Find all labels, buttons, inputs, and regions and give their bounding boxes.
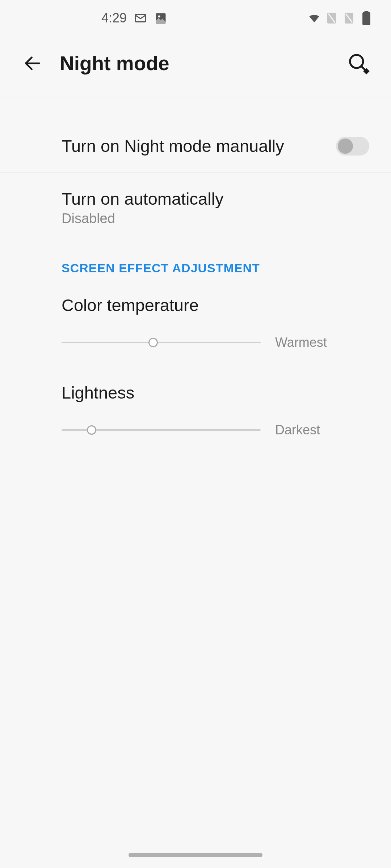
mail-icon <box>134 12 147 25</box>
sim-icon-1 <box>325 12 338 25</box>
search-icon <box>347 52 370 75</box>
lightness-slider[interactable] <box>62 429 261 431</box>
lightness-section: Lightness Darkest <box>0 372 391 438</box>
section-header-text: SCREEN EFFECT ADJUSTMENT <box>62 261 329 275</box>
sim-icon-2 <box>342 12 356 25</box>
arrow-left-icon <box>22 53 43 73</box>
color-temp-max-label: Warmest <box>275 335 329 350</box>
auto-title: Turn on automatically <box>62 189 224 209</box>
lightness-max-label: Darkest <box>275 422 329 438</box>
color-temp-slider-container: Warmest <box>62 335 329 350</box>
toggle-knob <box>338 139 353 154</box>
status-bar: 4:29 <box>0 0 391 36</box>
auto-row[interactable]: Turn on automatically Disabled <box>0 173 391 243</box>
toolbar: Night mode <box>0 36 391 98</box>
page-title: Night mode <box>60 52 331 75</box>
wifi-icon <box>308 12 321 25</box>
divider <box>0 98 391 98</box>
battery-icon <box>360 12 373 25</box>
lightness-thumb[interactable] <box>87 425 96 435</box>
color-temp-title: Color temperature <box>62 295 329 315</box>
manual-toggle-label: Turn on Night mode manually <box>62 136 284 156</box>
auto-subtitle: Disabled <box>62 211 224 226</box>
photo-icon <box>154 12 167 25</box>
search-button[interactable] <box>344 49 373 78</box>
status-bar-left: 4:29 <box>18 10 167 26</box>
svg-point-2 <box>158 16 160 18</box>
svg-rect-8 <box>362 12 370 25</box>
color-temp-slider[interactable] <box>62 342 261 343</box>
section-header: SCREEN EFFECT ADJUSTMENT <box>0 243 391 284</box>
manual-toggle-row[interactable]: Turn on Night mode manually <box>0 120 391 172</box>
status-bar-right <box>308 12 373 25</box>
lightness-slider-container: Darkest <box>62 422 329 438</box>
back-button[interactable] <box>18 49 47 78</box>
lightness-title: Lightness <box>62 383 329 403</box>
status-time: 4:29 <box>101 10 127 26</box>
manual-toggle-switch[interactable] <box>336 137 369 156</box>
manual-toggle-row-inner: Turn on Night mode manually <box>62 136 284 156</box>
navigation-handle[interactable] <box>129 853 262 857</box>
color-temp-section: Color temperature Warmest <box>0 284 391 350</box>
color-temp-thumb[interactable] <box>148 338 158 347</box>
svg-marker-12 <box>365 69 368 73</box>
auto-row-inner: Turn on automatically Disabled <box>62 189 224 226</box>
